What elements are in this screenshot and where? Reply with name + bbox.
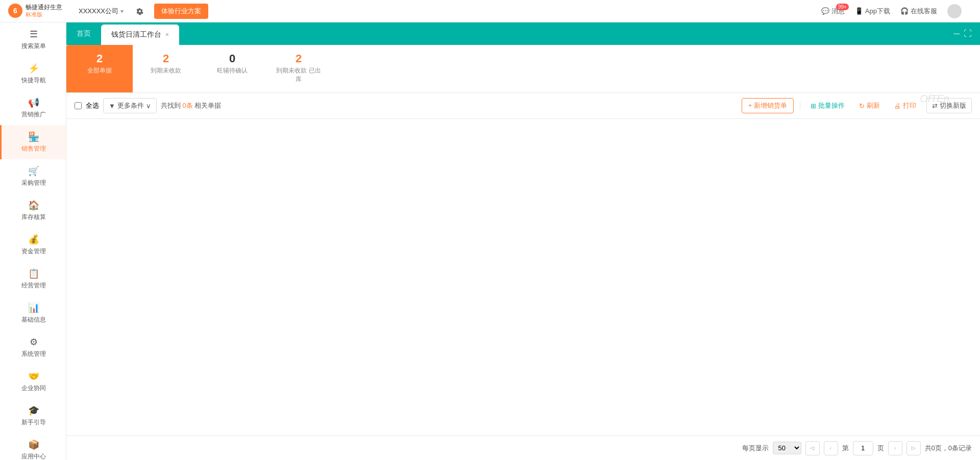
sidebar-item-11[interactable]: 🎓 新手引导 <box>0 399 66 433</box>
sidebar-item-9[interactable]: ⚙ 系统管理 <box>0 330 66 365</box>
sidebar-icon-12: 📦 <box>28 439 39 450</box>
settings-button[interactable] <box>132 3 148 19</box>
sidebar-item-4[interactable]: 🛒 采购管理 <box>0 159 66 193</box>
tab-bar: 首页 钱货日清工作台 × ─ ⛶ <box>66 22 980 45</box>
sidebar-icon-8: 📊 <box>28 302 39 313</box>
new-sales-btn[interactable]: + 新增销货单 <box>742 98 794 113</box>
sidebar-item-6[interactable]: 💰 资金管理 <box>0 228 66 262</box>
sidebar-icon-4: 🛒 <box>28 165 39 177</box>
print-btn[interactable]: 🖨 打印 <box>890 99 920 113</box>
app-download-btn[interactable]: 📱 App下载 <box>855 7 890 16</box>
sidebar-icon-6: 💰 <box>28 234 39 245</box>
sidebar-label-6: 资金管理 <box>21 247 46 256</box>
stat-card-2[interactable]: 0 旺辅待确认 <box>199 45 265 92</box>
sidebar-label-9: 系统管理 <box>21 350 46 358</box>
sidebar-label-2: 营销推广 <box>21 110 46 119</box>
found-count: 0条 <box>183 102 193 109</box>
last-page-btn[interactable]: ⊳ <box>906 441 921 455</box>
message-icon: 💬 <box>821 7 829 15</box>
stat-number-3: 2 <box>274 52 324 65</box>
sidebar-item-10[interactable]: 🤝 企业协同 <box>0 365 66 399</box>
toolbar: 全选 ▼ 更多条件 ∨ 共找到 0条 相关单据 + 新增销货单 <box>66 93 980 119</box>
experience-btn[interactable]: 体验行业方案 <box>154 4 208 19</box>
filter-btn[interactable]: ▼ 更多条件 ∨ <box>103 98 157 113</box>
sidebar-item-8[interactable]: 📊 基础信息 <box>0 296 66 330</box>
sidebar-item-5[interactable]: 🏠 库存核算 <box>0 193 66 228</box>
total-info: 共0页，0条记录 <box>925 444 972 453</box>
page-prefix: 第 <box>842 444 849 453</box>
maximize-icon[interactable]: ⛶ <box>964 29 972 38</box>
sidebar-item-1[interactable]: ⚡ 快捷导航 <box>0 57 66 91</box>
minimize-icon[interactable]: ─ <box>954 29 960 38</box>
stat-label-2: 旺辅待确认 <box>207 66 257 75</box>
company-selector[interactable]: XXXXXX公司 ▾ <box>75 5 128 18</box>
print-icon: 🖨 <box>894 102 901 110</box>
refresh-label: 刷新 <box>867 101 880 110</box>
sidebar-icon-10: 🤝 <box>28 371 39 382</box>
tab-home[interactable]: 首页 <box>66 22 101 45</box>
refresh-btn[interactable]: ↻ 刷新 <box>855 99 884 113</box>
headset-icon: 🎧 <box>900 7 909 15</box>
sidebar-icon-7: 📋 <box>28 268 39 279</box>
page-input[interactable] <box>853 441 873 455</box>
divider <box>800 102 800 110</box>
app-download-icon: 📱 <box>855 7 863 15</box>
message-btn[interactable]: 💬 消息 99+ <box>821 7 845 16</box>
tab-active[interactable]: 钱货日清工作台 × <box>101 25 179 45</box>
batch-btn[interactable]: ⊞ 批量操作 <box>806 99 849 113</box>
sidebar-label-1: 快捷导航 <box>21 76 46 85</box>
switch-version-btn[interactable]: ⇄ 切换新版 <box>926 98 972 113</box>
select-all-checkbox[interactable] <box>75 102 82 109</box>
next-page-btn[interactable]: › <box>888 441 902 455</box>
top-right-area: 💬 消息 99+ 📱 App下载 🎧 在线客服 <box>821 4 972 18</box>
tab-close-icon[interactable]: × <box>165 31 169 38</box>
refresh-icon: ↻ <box>859 102 865 110</box>
per-page-label: 每页显示 <box>742 444 769 453</box>
sidebar-label-10: 企业协同 <box>21 384 46 393</box>
select-all-label: 全选 <box>86 101 99 110</box>
sidebar-label-11: 新手引导 <box>21 418 46 427</box>
sidebar-item-7[interactable]: 📋 经营管理 <box>0 262 66 296</box>
sidebar-item-2[interactable]: 📢 营销推广 <box>0 91 66 125</box>
sidebar-item-12[interactable]: 📦 应用中心 <box>0 433 66 460</box>
logo-area: 6 畅捷通好生意 标准版 <box>8 4 75 18</box>
logo-text-area: 畅捷通好生意 标准版 <box>26 4 62 18</box>
tab-home-label: 首页 <box>77 29 91 38</box>
filter-icon: ▼ <box>109 102 115 110</box>
filter-label: 更多条件 <box>117 101 144 110</box>
sidebar-label-4: 采购管理 <box>21 179 46 187</box>
stat-number-2: 0 <box>207 52 257 65</box>
sidebar-icon-11: 🎓 <box>28 405 39 416</box>
page-size-select[interactable]: 50 100 200 <box>773 442 801 454</box>
sidebar-label-0: 搜索菜单 <box>21 42 46 51</box>
message-badge: 99+ <box>836 4 849 10</box>
company-name: XXXXXX公司 <box>79 7 118 16</box>
stat-card-1[interactable]: 2 到期未收款 <box>133 45 199 92</box>
content-area: 2 全部单据 2 到期未收款 0 旺辅待确认 2 到期未收款 已出库 全选 ▼ … <box>66 45 980 460</box>
sidebar-item-0[interactable]: ☰ 搜索菜单 <box>0 22 66 57</box>
sidebar-label-3: 销售管理 <box>21 144 46 153</box>
sidebar-icon-3: 🏪 <box>28 131 39 142</box>
app-download-label: App下载 <box>865 7 890 16</box>
print-label: 打印 <box>903 101 916 110</box>
sidebar-item-3[interactable]: 🏪 销售管理 <box>0 125 66 159</box>
toolbar-right: + 新增销货单 ⊞ 批量操作 ↻ 刷新 🖨 打印 ⇄ <box>742 98 972 113</box>
stat-card-3[interactable]: 2 到期未收款 已出库 <box>265 45 332 92</box>
online-service-btn[interactable]: 🎧 在线客服 <box>900 7 937 16</box>
sidebar-icon-1: ⚡ <box>28 63 39 74</box>
main-layout: ☰ 搜索菜单 ⚡ 快捷导航 📢 营销推广 🏪 销售管理 🛒 采购管理 🏠 库存核… <box>0 22 980 460</box>
right-panel: 首页 钱货日清工作台 × ─ ⛶ 2 全部单据 2 到期未收款 0 <box>66 22 980 460</box>
stats-row: 2 全部单据 2 到期未收款 0 旺辅待确认 2 到期未收款 已出库 <box>66 45 980 93</box>
stat-label-1: 到期未收款 <box>141 66 191 75</box>
avatar[interactable] <box>947 4 962 18</box>
prev-page-btn[interactable]: ‹ <box>824 441 838 455</box>
first-page-btn[interactable]: ⊲ <box>805 441 820 455</box>
chevron-icon: ∨ <box>146 102 151 110</box>
stat-label-0: 全部单据 <box>75 66 125 75</box>
gear-icon <box>136 7 144 15</box>
stat-card-0[interactable]: 2 全部单据 <box>66 45 133 92</box>
batch-label: 批量操作 <box>818 101 845 110</box>
logo-icon: 6 <box>8 4 22 18</box>
switch-label: 切换新版 <box>940 101 966 110</box>
online-service-label: 在线客服 <box>911 7 937 16</box>
